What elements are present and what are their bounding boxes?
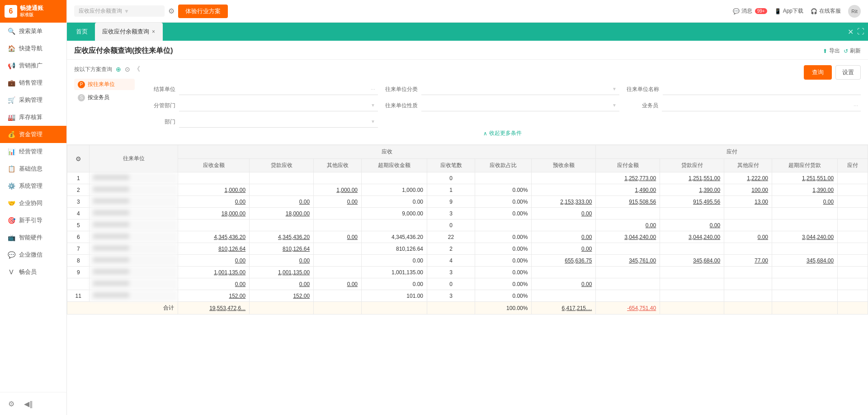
refresh-btn[interactable]: ↺ 刷新 xyxy=(844,47,861,55)
table-cell[interactable]: 0.00 xyxy=(178,196,250,208)
sidebar-item-vip[interactable]: V 畅会员 xyxy=(0,263,66,281)
table-cell[interactable]: 0.00 xyxy=(250,278,314,290)
sidebar-item-sales[interactable]: 💼 销售管理 xyxy=(0,74,66,91)
table-cell[interactable]: 1,000.00 xyxy=(178,184,250,196)
table-cell[interactable]: 3,044,240.00 xyxy=(660,231,724,243)
sidebar-item-operation[interactable]: 📊 经营管理 xyxy=(0,143,66,160)
user-avatar[interactable]: Rit xyxy=(848,5,861,18)
table-cell[interactable]: 77.00 xyxy=(724,255,772,267)
table-cell[interactable]: 0.00 xyxy=(532,231,596,243)
table-settings-icon[interactable]: ⚙ xyxy=(67,145,90,172)
table-cell[interactable]: 345,684.00 xyxy=(660,255,724,267)
header-gear-icon[interactable]: ⚙ xyxy=(168,7,175,15)
table-cell[interactable]: 1,490.00 xyxy=(596,184,660,196)
sidebar-item-purchase[interactable]: 🛒 采购管理 xyxy=(0,91,66,109)
table-cell[interactable]: 915,495.56 xyxy=(660,196,724,208)
total-ap-amount[interactable]: -654,751.40 xyxy=(596,302,660,315)
table-cell[interactable]: 152.00 xyxy=(178,290,250,302)
filter-collapse-left-btn[interactable]: 《 xyxy=(134,65,140,73)
table-cell[interactable]: 1,390.00 xyxy=(772,184,838,196)
table-cell[interactable]: 810,126.64 xyxy=(178,243,250,255)
tab-home[interactable]: 首页 xyxy=(69,28,95,36)
table-cell[interactable]: 2,153,333.00 xyxy=(532,196,596,208)
sidebar-item-capital[interactable]: 💰 资金管理 xyxy=(0,126,66,143)
table-cell[interactable]: 915,508.56 xyxy=(596,196,660,208)
breadcrumb[interactable]: 应收应付余额查询 ▼ xyxy=(74,5,165,17)
table-cell[interactable]: 3,044,240.00 xyxy=(772,231,838,243)
filter-input-subdept[interactable]: ▼ xyxy=(179,116,378,128)
table-cell[interactable]: 152.00 xyxy=(250,290,314,302)
table-cell[interactable]: 0.00 xyxy=(596,219,660,231)
scheme-bypartner[interactable]: P 按往来单位 xyxy=(74,79,135,90)
filter-input-partnername[interactable] xyxy=(663,83,861,95)
table-cell[interactable]: 13.00 xyxy=(724,196,772,208)
sidebar-item-wechat[interactable]: 💬 企业微信 xyxy=(0,246,66,263)
sidebar-item-inventory[interactable]: 🏭 库存核算 xyxy=(0,109,66,126)
table-cell[interactable]: 810,126.64 xyxy=(250,243,314,255)
table-cell[interactable]: 1,001,135.00 xyxy=(250,267,314,278)
tab-fullscreen-btn[interactable]: ⛶ xyxy=(857,28,864,36)
app-download-btn[interactable]: 📱 App下载 xyxy=(774,7,803,15)
table-cell[interactable]: 1,222.00 xyxy=(724,172,772,184)
table-cell[interactable]: 100.00 xyxy=(724,184,772,196)
scheme-bystaff[interactable]: S 按业务员 xyxy=(74,92,135,103)
sidebar-item-search[interactable]: 🔍 搜索菜单 xyxy=(0,23,66,40)
table-cell[interactable]: 345,761.00 xyxy=(596,255,660,267)
table-cell[interactable]: 1,251,551.00 xyxy=(660,172,724,184)
sidebar-item-base[interactable]: 📋 基础信息 xyxy=(0,160,66,177)
filter-input-partnernature[interactable]: ▼ xyxy=(421,100,619,111)
table-cell[interactable]: 0.00 xyxy=(314,196,362,208)
table-cell[interactable]: 0.00 xyxy=(250,255,314,267)
sidebar-item-marketing[interactable]: 📢 营销推广 xyxy=(0,57,66,74)
table-cell[interactable]: 345,684.00 xyxy=(772,255,838,267)
filter-input-dept[interactable]: ▼ xyxy=(179,100,378,111)
table-cell[interactable]: 1,001,135.00 xyxy=(178,267,250,278)
table-cell[interactable]: 0.00 xyxy=(250,196,314,208)
tab-close-all-btn[interactable]: ✕ xyxy=(848,28,854,36)
table-cell[interactable]: 1,252,773.00 xyxy=(596,172,660,184)
tab-arquery-close[interactable]: × xyxy=(152,29,155,35)
table-cell[interactable]: 18,000.00 xyxy=(178,208,250,219)
table-cell[interactable]: 0.00 xyxy=(532,278,596,290)
table-cell[interactable]: 0.00 xyxy=(532,243,596,255)
sidebar-item-corp[interactable]: 🤝 企业协同 xyxy=(0,195,66,212)
service-btn[interactable]: 🎧 在线客服 xyxy=(811,7,841,15)
total-ar-advance[interactable]: 6,417,215.... xyxy=(532,302,596,315)
filter-collapse-btn[interactable]: ∧ 收起更多条件 xyxy=(144,128,861,139)
filter-scheme-list: P 按往来单位 S 按业务员 xyxy=(74,79,135,103)
sidebar-item-quicknav[interactable]: 🏠 快捷导航 xyxy=(0,40,66,57)
sidebar-item-guide[interactable]: 🎯 新手引导 xyxy=(0,212,66,229)
query-button[interactable]: 查询 xyxy=(804,65,832,80)
table-cell[interactable]: 0.00 xyxy=(178,255,250,267)
table-cell[interactable]: 0.00 xyxy=(178,278,250,290)
table-cell[interactable]: 4,345,436.20 xyxy=(178,231,250,243)
trial-button[interactable]: 体验行业方案 xyxy=(178,5,228,18)
filter-input-partnercat[interactable]: ▼ xyxy=(421,83,619,95)
messages-btn[interactable]: 💬 消息 99+ xyxy=(733,7,767,15)
table-cell[interactable]: 4,345,436.20 xyxy=(250,231,314,243)
table-cell[interactable]: 3,044,240.00 xyxy=(596,231,660,243)
table-cell[interactable]: 0.00 xyxy=(314,278,362,290)
filter-scheme-settings-btn[interactable]: ⊙ xyxy=(125,66,130,73)
table-cell[interactable]: 0.00 xyxy=(660,219,724,231)
settings-footer-btn[interactable]: ⚙ xyxy=(5,397,18,410)
table-cell[interactable]: 18,000.00 xyxy=(250,208,314,219)
table-cell[interactable]: 1,390.00 xyxy=(660,184,724,196)
collapse-footer-btn[interactable]: ◀‖ xyxy=(22,397,35,410)
filter-add-btn[interactable]: ⊕ xyxy=(116,66,121,73)
filter-input-staff[interactable]: ··· xyxy=(662,100,861,111)
sidebar-item-system[interactable]: ⚙️ 系统管理 xyxy=(0,177,66,195)
tab-arquery[interactable]: 应收应付余额查询 × xyxy=(95,23,163,41)
total-ar-amount[interactable]: 19,553,472,6... xyxy=(178,302,250,315)
table-cell[interactable]: 0.00 xyxy=(314,231,362,243)
table-cell[interactable]: 1,000.00 xyxy=(314,184,362,196)
table-cell[interactable]: 655,636.75 xyxy=(532,255,596,267)
export-btn[interactable]: ⬆ 导出 xyxy=(823,47,840,55)
sidebar-item-hardware[interactable]: 📺 智能硬件 xyxy=(0,229,66,246)
filter-input-settlement[interactable]: ··· xyxy=(179,83,378,95)
settings-button[interactable]: 设置 xyxy=(835,65,861,80)
table-cell[interactable]: 0.00 xyxy=(532,208,596,219)
table-cell[interactable]: 0.00 xyxy=(724,231,772,243)
table-cell[interactable]: 0.00 xyxy=(772,196,838,208)
table-cell[interactable]: 1,251,551.00 xyxy=(772,172,838,184)
